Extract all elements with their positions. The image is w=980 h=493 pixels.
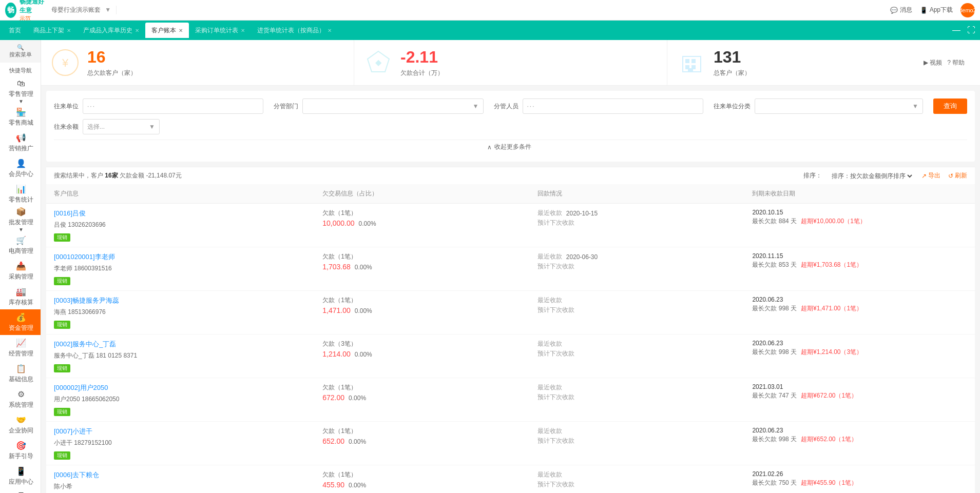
tab-close-icon[interactable]: ✕: [67, 28, 71, 33]
search-button[interactable]: 查询: [933, 98, 967, 114]
app-download-btn[interactable]: 📱 App下载: [920, 6, 953, 14]
recovery-cell-3: 最近收款 预计下次收款: [537, 340, 753, 358]
customer-info-cell-0: [0016]吕俊 吕俊 13026203696 现销: [54, 209, 322, 242]
debt-info-cell-6: 欠款（1笔） 455.90 0.00%: [322, 470, 537, 489]
company-select[interactable]: 母婴行业演示账套 ▼: [46, 6, 117, 14]
dept-label: 分管部门: [274, 102, 298, 111]
sidebar-item-stock[interactable]: 🏭 库存核算: [0, 284, 41, 309]
tab-close-icon[interactable]: ✕: [328, 28, 332, 33]
sidebar-item-finance[interactable]: 💰 资金管理: [0, 309, 41, 335]
customer-link-1[interactable]: [0001020001]李老师: [54, 252, 322, 262]
customer-link-3[interactable]: [0002]服务中心_丁磊: [54, 340, 322, 349]
user-avatar-btn[interactable]: demo2: [960, 3, 975, 17]
tab-purchase-summary[interactable]: 采购订单统计表 ✕: [189, 23, 251, 38]
customer-link-2[interactable]: [0003]畅捷服务尹海蕊: [54, 296, 322, 305]
total-customers-value: 131: [714, 48, 924, 67]
customer-link-6[interactable]: [0006]去下粮仓: [54, 470, 322, 480]
stat-card-right-btns: ▶ 视频 ? 帮助: [924, 58, 970, 67]
sidebar-item-corp-wechat[interactable]: 💬 企业微信: [0, 489, 41, 493]
export-icon: ↗: [921, 172, 927, 180]
customer-phone-0: 吕俊 13026203696: [54, 221, 322, 229]
debt-info-cell-3: 欠款（3笔） 1,214.00 0.00%: [322, 340, 537, 358]
logo-area: 畅 畅捷通好生意 示范: [5, 0, 46, 23]
sidebar-item-operation[interactable]: 📈 经营管理: [0, 335, 41, 361]
sidebar-quick-nav[interactable]: 快捷导航: [0, 63, 41, 78]
sidebar-item-purchase[interactable]: 📥 采购管理: [0, 258, 41, 284]
filter-from-unit: 往来单位 ···: [54, 98, 263, 114]
from-unit-input[interactable]: ···: [83, 98, 263, 114]
customer-link-4[interactable]: [000002]用户2050: [54, 383, 322, 392]
sidebar-item-retail-stats[interactable]: 📊 零售统计: [0, 181, 41, 207]
unit-type-arrow-icon: ▼: [912, 103, 918, 110]
stat-card-total-customers: 131 总客户（家） ▶ 视频 ? 帮助: [667, 40, 980, 85]
unit-type-select[interactable]: ▼: [755, 98, 923, 114]
collapse-row[interactable]: ∧ 收起更多条件: [54, 140, 967, 154]
manager-input[interactable]: ···: [523, 98, 703, 114]
recovery-cell-5: 最近收款 预计下次收款: [537, 427, 753, 445]
sidebar-item-marketing[interactable]: 📢 营销推广: [0, 130, 41, 155]
sort-select[interactable]: 排序：按欠款金额倒序排序: [830, 172, 914, 180]
debt-info-cell-5: 欠款（1笔） 652.00 0.00%: [322, 427, 537, 445]
tab-product-history[interactable]: 产成品入库单历史 ✕: [77, 23, 145, 38]
basic-icon: 📋: [16, 364, 26, 373]
due-date-cell-0: 2020.10.15 最长欠款 884 天 超期¥10,000.00（1笔）: [752, 209, 967, 226]
message-icon: 💬: [890, 7, 898, 14]
tab-close-icon[interactable]: ✕: [135, 28, 139, 33]
tab-import-summary[interactable]: 进货单统计表（按商品） ✕: [251, 23, 338, 38]
overdue-customers-label: 总欠款客户（家）: [87, 69, 343, 77]
ecom-icon: 🛒: [16, 235, 26, 245]
stats-bar: ¥ 16 总欠款客户（家） ◆ -2.11 欠款合计（万）: [41, 40, 980, 86]
sidebar-item-batch-mgmt[interactable]: 📦 批发管理 ▼: [0, 207, 41, 232]
system-icon: ⚙: [17, 389, 25, 399]
due-date-cell-3: 2020.06.23 最长欠款 998 天 超期¥1,214.00（3笔）: [752, 340, 967, 357]
table-row: [0002]服务中心_丁磊 服务中心_丁磊 181 0125 8371 现销 欠…: [46, 334, 975, 378]
message-btn[interactable]: 💬 消息: [890, 6, 912, 14]
sidebar-item-retail-mgmt[interactable]: 🛍 零售管理 ▼: [0, 78, 41, 104]
tab-close-icon[interactable]: ✕: [241, 28, 245, 33]
video-icon: ▶: [924, 59, 928, 66]
tab-product-offline[interactable]: 商品上下架 ✕: [27, 23, 77, 38]
balance-type-select[interactable]: 选择... ▼: [83, 119, 160, 134]
recovery-cell-6: 最近收款 预计下次收款: [537, 470, 753, 489]
sidebar-item-apps[interactable]: 📱 应用中心: [0, 463, 41, 489]
sidebar-search[interactable]: 🔍 搜索菜单: [0, 40, 41, 63]
sidebar-item-basic[interactable]: 📋 基础信息: [0, 361, 41, 386]
apps-icon: 📱: [16, 466, 26, 476]
help-btn[interactable]: ? 帮助: [947, 58, 965, 67]
sidebar-item-newbie[interactable]: 🎯 新手引导: [0, 438, 41, 463]
newbie-icon: 🎯: [16, 441, 26, 450]
content-area: ¥ 16 总欠款客户（家） ◆ -2.11 欠款合计（万）: [41, 40, 980, 493]
total-debt-value: -2.11: [400, 48, 657, 67]
app-icon: 📱: [920, 7, 928, 14]
customer-info-cell-1: [0001020001]李老师 李老师 18600391516 现销: [54, 252, 322, 285]
tab-home[interactable]: 首页: [3, 23, 27, 38]
tab-minimize-btn[interactable]: —: [950, 26, 963, 35]
stock-icon: 🏭: [16, 287, 26, 297]
refresh-btn[interactable]: ↺ 刷新: [948, 171, 967, 180]
tab-customer-account[interactable]: 客户账本 ✕: [145, 23, 189, 38]
sidebar-item-member[interactable]: 👤 会员中心: [0, 155, 41, 181]
customer-info-cell-6: [0006]去下粮仓 陈小希 现销: [54, 470, 322, 493]
debt-amount-0: 10,000.00: [322, 219, 354, 227]
avatar: demo2: [960, 3, 975, 17]
customer-link-5[interactable]: [0007]小进干: [54, 427, 322, 436]
sidebar-item-system[interactable]: ⚙ 系统管理: [0, 386, 41, 412]
svg-text:¥: ¥: [62, 56, 69, 69]
from-unit-label: 往来单位: [54, 102, 79, 111]
recovery-cell-4: 最近收款 预计下次收款: [537, 383, 753, 402]
tab-maximize-btn[interactable]: ⛶: [965, 26, 977, 35]
sidebar-item-retail-store[interactable]: 🏪 零售商城: [0, 104, 41, 130]
export-btn[interactable]: ↗ 导出: [921, 171, 940, 180]
due-date-cell-6: 2021.02.26 最长欠款 750 天 超期¥455.90（1笔）: [752, 470, 967, 487]
sidebar-item-ecom[interactable]: 🛒 电商管理: [0, 232, 41, 258]
dept-select[interactable]: ▼: [302, 98, 483, 114]
balance-type-label: 往来余额: [54, 123, 79, 131]
customer-link-0[interactable]: [0016]吕俊: [54, 209, 322, 218]
tab-close-icon[interactable]: ✕: [179, 28, 183, 33]
due-date-0: 2020.10.15: [752, 209, 967, 216]
dept-arrow-icon: ▼: [473, 103, 479, 110]
sidebar-item-enterprise[interactable]: 🤝 企业协同: [0, 412, 41, 438]
video-btn[interactable]: ▶ 视频: [924, 58, 942, 67]
overdue-amount-0[interactable]: 超期¥10,000.00（1笔）: [801, 217, 866, 226]
stat-info-overdue-customers: 16 总欠款客户（家）: [87, 48, 343, 77]
